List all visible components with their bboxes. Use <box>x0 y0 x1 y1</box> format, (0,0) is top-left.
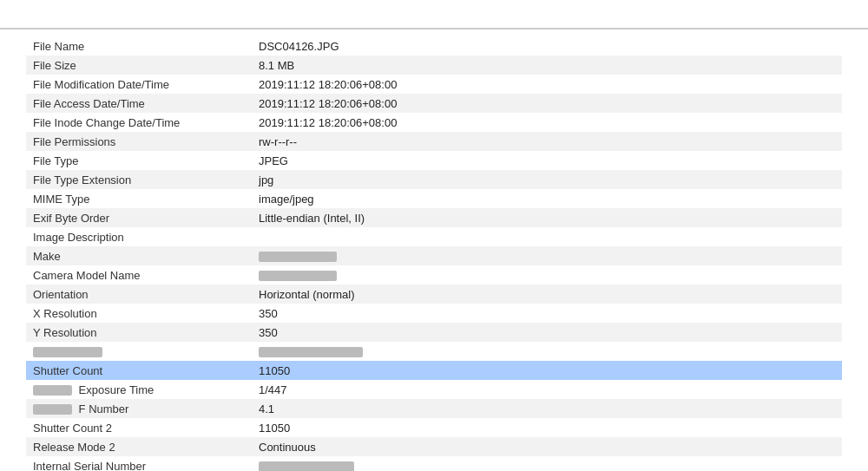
row-label: Release Mode 2 <box>26 437 252 456</box>
row-value: 11050 <box>252 361 842 380</box>
row-value: DSC04126.JPG <box>252 36 842 56</box>
row-label: File Type Extension <box>26 170 252 189</box>
row-label: Make <box>26 246 252 265</box>
row-value: 1/447 <box>252 380 842 399</box>
row-value <box>252 456 842 471</box>
row-value: Continuous <box>252 437 842 456</box>
row-label: Y Resolution <box>26 323 252 342</box>
row-value: jpg <box>252 170 842 189</box>
row-value: image/jpeg <box>252 189 842 208</box>
row-label: File Size <box>26 56 252 75</box>
row-value: 2019:11:12 18:20:06+08:00 <box>252 113 842 132</box>
row-value: Horizontal (normal) <box>252 285 842 304</box>
row-label: Image Description <box>26 227 252 246</box>
data-table-container: File NameDSC04126.JPGFile Size8.1 MBFile… <box>0 29 868 471</box>
row-label: File Permissions <box>26 132 252 151</box>
row-label: File Name <box>26 36 252 56</box>
row-label: Shutter Count <box>26 361 252 380</box>
row-label: File Modification Date/Time <box>26 75 252 94</box>
row-label: Exif Byte Order <box>26 208 252 227</box>
row-value: JPEG <box>252 151 842 170</box>
row-label: Camera Model Name <box>26 265 252 285</box>
row-value: 8.1 MB <box>252 56 842 75</box>
row-value: 4.1 <box>252 399 842 418</box>
row-label: F Number <box>26 399 252 418</box>
row-value: 2019:11:12 18:20:06+08:00 <box>252 75 842 94</box>
row-label: Internal Serial Number <box>26 456 252 471</box>
row-label: Exposure Time <box>26 380 252 399</box>
row-label: Shutter Count 2 <box>26 418 252 437</box>
row-label: File Type <box>26 151 252 170</box>
metadata-table: File NameDSC04126.JPGFile Size8.1 MBFile… <box>26 36 842 471</box>
row-value <box>252 227 842 246</box>
row-value <box>252 246 842 265</box>
row-value: 2019:11:12 18:20:06+08:00 <box>252 94 842 113</box>
row-label <box>26 342 252 361</box>
row-value: Little-endian (Intel, II) <box>252 208 842 227</box>
row-value <box>252 265 842 285</box>
row-label: X Resolution <box>26 304 252 323</box>
row-label: File Inode Change Date/Time <box>26 113 252 132</box>
row-label: MIME Type <box>26 189 252 208</box>
row-value: 350 <box>252 304 842 323</box>
row-label: Orientation <box>26 285 252 304</box>
row-value <box>252 342 842 361</box>
row-value: rw-r--r-- <box>252 132 842 151</box>
page-header <box>0 0 868 29</box>
row-label: File Access Date/Time <box>26 94 252 113</box>
row-value: 350 <box>252 323 842 342</box>
row-value: 11050 <box>252 418 842 437</box>
